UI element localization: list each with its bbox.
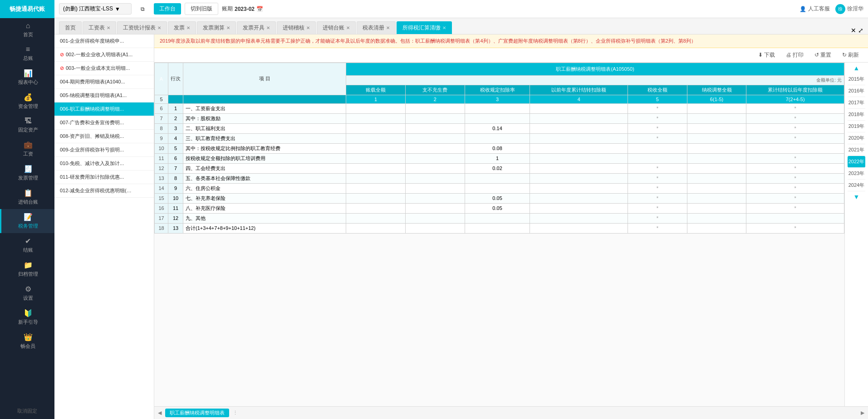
table-cell[interactable]: *: [628, 173, 687, 183]
more-icon[interactable]: ⋮: [233, 410, 238, 416]
table-cell[interactable]: [406, 153, 465, 163]
year-item[interactable]: 2015年: [848, 73, 865, 85]
table-cell[interactable]: *: [746, 183, 844, 193]
user-profile[interactable]: 徐 徐淫华: [835, 4, 863, 14]
table-cell[interactable]: [346, 203, 406, 213]
table-cell[interactable]: *: [746, 153, 844, 163]
table-cell[interactable]: [406, 183, 465, 193]
table-cell[interactable]: [346, 133, 406, 143]
table-cell[interactable]: [465, 103, 530, 113]
table-cell[interactable]: [530, 163, 628, 173]
sidebar-item-report[interactable]: 📊 报表中心: [0, 65, 54, 89]
tab-salary-table[interactable]: 工资表 ✕: [83, 21, 116, 34]
table-cell[interactable]: 0.08: [465, 143, 530, 153]
form-item-007[interactable]: 007-广告费和业务宣传费明...: [54, 116, 154, 130]
table-cell[interactable]: [687, 223, 746, 233]
table-cell[interactable]: [628, 153, 687, 163]
form-item-005[interactable]: 005-纳税调整项目明细表(A1...: [54, 89, 154, 102]
close-tab-salary[interactable]: ✕: [107, 25, 110, 30]
table-cell[interactable]: *: [746, 203, 844, 213]
table-cell[interactable]: [465, 173, 530, 183]
table-cell[interactable]: [530, 103, 628, 113]
table-cell[interactable]: [346, 163, 406, 173]
company-dropdown-icon[interactable]: ▼: [115, 6, 120, 12]
sidebar-item-salary[interactable]: 💼 工资: [0, 137, 54, 161]
close-tab-sales-ledger[interactable]: ✕: [346, 25, 350, 30]
table-cell[interactable]: [530, 113, 628, 123]
sidebar-item-home[interactable]: ⌂ 首页: [0, 18, 54, 42]
table-cell[interactable]: [465, 113, 530, 123]
sidebar-item-settle[interactable]: ✔ 结账: [0, 233, 54, 257]
table-cell[interactable]: *: [628, 223, 687, 233]
sidebar-item-fixed-asset[interactable]: 🏗 固定资产: [0, 113, 54, 137]
year-item[interactable]: 2016年: [848, 85, 865, 97]
table-cell[interactable]: 0.05: [465, 203, 530, 213]
table-cell[interactable]: 0.05: [465, 193, 530, 203]
company-selector[interactable]: (勿删) 江西赣宝-LSS ▼: [59, 3, 132, 15]
table-cell[interactable]: *: [628, 193, 687, 203]
table-cell[interactable]: [346, 213, 406, 223]
support-link[interactable]: 👤 人工客服: [799, 5, 830, 13]
table-cell[interactable]: [346, 113, 406, 123]
table-cell[interactable]: [530, 133, 628, 143]
table-cell[interactable]: *: [746, 103, 844, 113]
tab-invoice-issue[interactable]: 发票开具 ✕: [237, 21, 276, 34]
table-cell[interactable]: [687, 103, 746, 113]
table-cell[interactable]: [530, 203, 628, 213]
tab-income-tax[interactable]: 所得税汇算清缴 ✕: [397, 21, 452, 34]
table-cell[interactable]: [687, 193, 746, 203]
form-item-010[interactable]: 010-免税、减计收入及加计...: [54, 157, 154, 171]
table-cell[interactable]: [530, 123, 628, 133]
year-item[interactable]: 2019年: [848, 121, 865, 132]
table-cell[interactable]: [687, 183, 746, 193]
year-item[interactable]: 2021年: [848, 144, 865, 156]
table-cell[interactable]: [687, 213, 746, 223]
year-item[interactable]: 2018年: [848, 109, 865, 121]
scroll-right-icon[interactable]: ▶: [861, 410, 864, 416]
table-cell[interactable]: [346, 123, 406, 133]
close-tab-reconcile[interactable]: ✕: [306, 25, 310, 30]
sidebar-item-sales[interactable]: 📋 进销台账: [0, 185, 54, 209]
form-item-004[interactable]: 004-期间费用明细表(A1040...: [54, 75, 154, 89]
table-cell[interactable]: [346, 103, 406, 113]
table-cell[interactable]: *: [746, 163, 844, 173]
sheet-tab[interactable]: 职工薪酬纳税调整明细表: [165, 409, 229, 417]
table-cell[interactable]: [687, 133, 746, 143]
table-cell[interactable]: [346, 223, 406, 233]
tab-tax-clearance[interactable]: 税表清册 ✕: [357, 21, 396, 34]
table-cell[interactable]: [406, 173, 465, 183]
table-cell[interactable]: 0.14: [465, 123, 530, 133]
table-cell[interactable]: [687, 143, 746, 153]
table-cell[interactable]: *: [628, 163, 687, 173]
refresh-button[interactable]: ↻ 刷新: [839, 50, 863, 60]
table-cell[interactable]: [746, 213, 844, 223]
table-cell[interactable]: *: [628, 113, 687, 123]
year-up-button[interactable]: ▲: [845, 63, 868, 73]
scroll-left-icon[interactable]: ◀: [158, 410, 162, 416]
table-cell[interactable]: [346, 153, 406, 163]
table-cell[interactable]: [530, 213, 628, 223]
sidebar-item-tax[interactable]: 📝 税务管理: [0, 209, 54, 233]
table-cell[interactable]: [628, 143, 687, 153]
table-cell[interactable]: [687, 203, 746, 213]
year-item[interactable]: 2017年: [848, 97, 865, 109]
year-item[interactable]: 2022年: [848, 156, 865, 168]
close-tab-invoice-calc[interactable]: ✕: [226, 25, 230, 30]
history-button[interactable]: 切到旧版: [185, 3, 218, 15]
table-cell[interactable]: [530, 223, 628, 233]
table-cell[interactable]: [465, 213, 530, 223]
maximize-tab[interactable]: ⤢: [858, 27, 863, 34]
download-button[interactable]: ⬇ 下载: [755, 50, 779, 60]
sidebar-item-invoice[interactable]: 🧾 发票管理: [0, 161, 54, 185]
tab-salary-report[interactable]: 工资统计报表 ✕: [117, 21, 167, 34]
year-item[interactable]: 2020年: [848, 132, 865, 144]
table-cell[interactable]: [687, 123, 746, 133]
tab-reconcile[interactable]: 进销稽核 ✕: [277, 21, 316, 34]
table-cell[interactable]: [406, 123, 465, 133]
table-cell[interactable]: [465, 133, 530, 143]
close-tab-salary-report[interactable]: ✕: [157, 25, 161, 30]
table-cell[interactable]: [406, 143, 465, 153]
table-cell[interactable]: [346, 193, 406, 203]
sidebar-item-guide[interactable]: 🔰 新手引导: [0, 305, 54, 329]
form-item-011[interactable]: 011-研发费用加计扣除优惠...: [54, 171, 154, 184]
